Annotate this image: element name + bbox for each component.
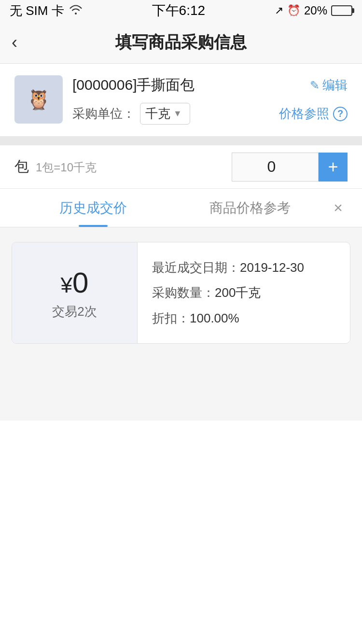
back-button[interactable]: ‹ bbox=[12, 32, 17, 53]
product-thumbnail: 🦉 bbox=[14, 75, 63, 124]
product-info: [0000006]手撕面包 ✎ 编辑 采购单位： 千克 价格参照 ? bbox=[72, 75, 348, 125]
purchase-qty-label: 采购数量： bbox=[152, 285, 215, 300]
content-area: ¥0 交易2次 最近成交日期：2019-12-30 采购数量：200千克 折扣：… bbox=[0, 227, 362, 420]
section-divider bbox=[0, 137, 362, 145]
alarm-icon: ⏰ bbox=[287, 4, 300, 17]
tab-history-price[interactable]: 历史成交价 bbox=[14, 189, 172, 227]
carrier-text: 无 SIM 卡 bbox=[10, 2, 64, 19]
recent-date-row: 最近成交日期：2019-12-30 bbox=[152, 259, 335, 276]
status-bar: 无 SIM 卡 下午6:12 ↗ ⏰ 20% bbox=[0, 0, 362, 21]
price-card: ¥0 交易2次 最近成交日期：2019-12-30 采购数量：200千克 折扣：… bbox=[12, 242, 350, 344]
battery-percent: 20% bbox=[304, 4, 327, 17]
unit-label: 采购单位： bbox=[72, 105, 135, 122]
price-summary: ¥0 交易2次 bbox=[12, 242, 138, 343]
price-value: 0 bbox=[72, 266, 88, 299]
tab-product-price-ref[interactable]: 商品价格参考 bbox=[172, 189, 329, 227]
quantity-conversion: 1包=10千克 bbox=[36, 160, 97, 175]
purchase-qty-row: 采购数量：200千克 bbox=[152, 284, 335, 301]
unit-select[interactable]: 千克 bbox=[140, 103, 190, 125]
edit-icon: ✎ bbox=[310, 79, 320, 92]
product-logo-icon: 🦉 bbox=[27, 88, 51, 111]
status-right: ↗ ⏰ 20% bbox=[275, 4, 352, 17]
battery-icon bbox=[331, 5, 352, 16]
status-time: 下午6:12 bbox=[152, 1, 206, 20]
recent-date-value: 2019-12-30 bbox=[240, 260, 304, 275]
quantity-input-group: + bbox=[232, 153, 348, 182]
edit-label: 编辑 bbox=[322, 77, 348, 94]
quantity-section: 包 1包=10千克 + bbox=[0, 145, 362, 189]
price-reference-button[interactable]: 价格参照 ? bbox=[279, 105, 348, 122]
unit-value: 千克 bbox=[145, 105, 170, 122]
quantity-unit: 包 bbox=[14, 157, 29, 177]
help-icon: ? bbox=[333, 107, 348, 121]
recent-date-label: 最近成交日期： bbox=[152, 260, 240, 275]
tab-section: 历史成交价 商品价格参考 × bbox=[0, 189, 362, 227]
wifi-icon bbox=[69, 3, 83, 18]
quantity-label-group: 包 1包=10千克 bbox=[14, 157, 97, 177]
quantity-plus-button[interactable]: + bbox=[319, 153, 348, 182]
status-left: 无 SIM 卡 bbox=[10, 2, 83, 19]
discount-row: 折扣：100.00% bbox=[152, 309, 335, 327]
price-trades: 交易2次 bbox=[52, 303, 97, 320]
edit-button[interactable]: ✎ 编辑 bbox=[310, 77, 348, 94]
price-ref-label: 价格参照 bbox=[279, 105, 329, 122]
product-name: [0000006]手撕面包 bbox=[72, 75, 195, 95]
price-amount: ¥0 bbox=[61, 266, 89, 299]
nav-bar: ‹ 填写商品采购信息 bbox=[0, 21, 362, 64]
tab-close-button[interactable]: × bbox=[329, 194, 348, 222]
bottom-area bbox=[0, 420, 362, 644]
discount-label: 折扣： bbox=[152, 311, 190, 325]
discount-value: 100.00% bbox=[190, 311, 239, 325]
price-details: 最近成交日期：2019-12-30 采购数量：200千克 折扣：100.00% bbox=[138, 242, 350, 343]
location-icon: ↗ bbox=[275, 4, 283, 17]
purchase-qty-value: 200千克 bbox=[215, 285, 261, 300]
product-section: 🦉 [0000006]手撕面包 ✎ 编辑 采购单位： 千克 价格参照 bbox=[0, 64, 362, 137]
quantity-input[interactable] bbox=[232, 153, 319, 182]
yen-symbol: ¥ bbox=[61, 273, 72, 297]
page-title: 填写商品采购信息 bbox=[115, 31, 247, 54]
